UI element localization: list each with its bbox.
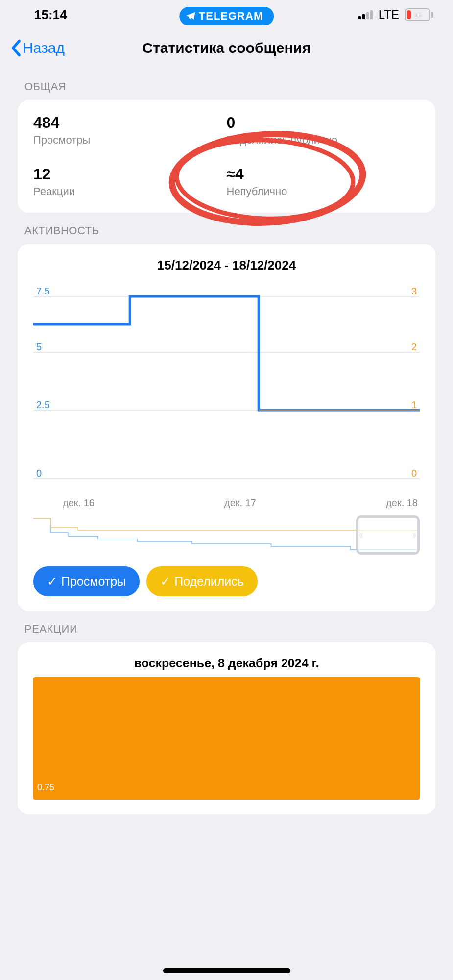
telegram-icon bbox=[185, 11, 196, 22]
y-right-3: 3 bbox=[411, 286, 417, 297]
stat-views-value: 484 bbox=[33, 114, 227, 132]
y-right-1: 1 bbox=[411, 399, 417, 411]
activity-date-range: 15/12/2024 - 18/12/2024 bbox=[33, 258, 420, 273]
page-title: Статистика сообщения bbox=[143, 40, 311, 56]
y-left-7-5: 7.5 bbox=[36, 286, 50, 297]
x-tick-1: дек. 17 bbox=[224, 497, 256, 509]
y-left-2-5: 2.5 bbox=[36, 399, 50, 411]
general-stats-card: 484 Просмотры 0 Поделились публично 12 Р… bbox=[18, 100, 435, 213]
stat-reactions: 12 Реакции bbox=[33, 165, 227, 198]
chip-views-label: Просмотры bbox=[61, 574, 126, 588]
chip-shares-label: Поделились bbox=[174, 574, 244, 588]
range-handle[interactable]: ‹ › bbox=[356, 515, 420, 555]
check-icon: ✓ bbox=[160, 574, 170, 588]
section-label-reactions: РЕАКЦИИ bbox=[0, 611, 453, 642]
activity-card: 15/12/2024 - 18/12/2024 7.5 5 2.5 0 3 2 … bbox=[18, 244, 435, 611]
signal-icon bbox=[358, 10, 373, 19]
stat-reactions-label: Реакции bbox=[33, 185, 227, 198]
back-label: Назад bbox=[23, 40, 65, 56]
chip-views[interactable]: ✓ Просмотры bbox=[33, 566, 140, 596]
stat-private-value: ≈4 bbox=[227, 165, 420, 183]
telegram-pill[interactable]: TELEGRAM bbox=[179, 7, 274, 25]
y-right-0: 0 bbox=[411, 468, 417, 479]
stat-views: 484 Просмотры bbox=[33, 114, 227, 147]
stat-public-value: 0 bbox=[227, 114, 420, 132]
chart-range-scrubber[interactable]: ‹ › bbox=[33, 515, 420, 555]
reactions-card: воскресенье, 8 декабря 2024 г. 0.75 bbox=[18, 642, 435, 814]
chip-shares[interactable]: ✓ Поделились bbox=[146, 566, 258, 596]
x-tick-2: дек. 18 bbox=[386, 497, 418, 509]
activity-chart[interactable]: 7.5 5 2.5 0 3 2 1 0 bbox=[33, 288, 420, 493]
home-indicator[interactable] bbox=[163, 968, 290, 973]
telegram-label: TELEGRAM bbox=[199, 10, 263, 23]
stat-private-label: Непублично bbox=[227, 185, 420, 198]
reactions-y-tick: 0.75 bbox=[37, 783, 54, 793]
activity-x-labels: дек. 16 дек. 17 дек. 18 bbox=[33, 493, 420, 509]
network-label: LTE bbox=[379, 8, 399, 22]
stat-public-shares: 0 Поделились публично bbox=[227, 114, 420, 147]
stat-views-label: Просмотры bbox=[33, 134, 227, 147]
activity-chart-svg bbox=[33, 288, 420, 493]
section-label-activity: АКТИВНОСТЬ bbox=[0, 213, 453, 244]
reactions-chart[interactable]: 0.75 bbox=[33, 677, 420, 800]
y-right-2: 2 bbox=[411, 342, 417, 353]
stat-reactions-value: 12 bbox=[33, 165, 227, 183]
y-left-0: 0 bbox=[36, 468, 42, 479]
chevron-left-icon bbox=[10, 39, 22, 57]
status-right: LTE 16 bbox=[358, 8, 433, 22]
section-label-general: ОБЩАЯ bbox=[0, 69, 453, 100]
status-time: 15:14 bbox=[34, 7, 67, 23]
check-icon: ✓ bbox=[47, 574, 57, 588]
legend-chips: ✓ Просмотры ✓ Поделились bbox=[33, 566, 420, 596]
reactions-title: воскресенье, 8 декабря 2024 г. bbox=[33, 656, 420, 670]
handle-left-icon: ‹ bbox=[358, 529, 364, 541]
handle-right-icon: › bbox=[412, 529, 417, 541]
nav-bar: Назад Статистика сообщения bbox=[0, 29, 453, 69]
x-tick-0: дек. 16 bbox=[63, 497, 95, 509]
status-bar: 15:14 TELEGRAM LTE 16 bbox=[0, 0, 453, 29]
y-left-5: 5 bbox=[36, 342, 42, 353]
back-button[interactable]: Назад bbox=[10, 39, 65, 57]
stat-private: ≈4 Непублично bbox=[227, 165, 420, 198]
stat-public-label: Поделились публично bbox=[227, 134, 420, 147]
battery-icon: 16 bbox=[405, 8, 433, 21]
